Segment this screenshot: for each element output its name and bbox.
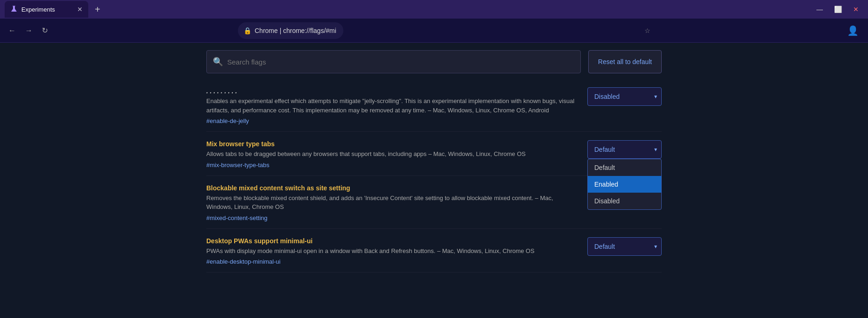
window-controls: — ⬜ ✕ <box>812 4 863 15</box>
experiments-icon <box>10 6 18 13</box>
flag-text: . . . . . . . . . Enables an experimenta… <box>206 87 578 125</box>
flag-title: . . . . . . . . . <box>206 87 578 95</box>
title-bar: Experiments ✕ + — ⬜ ✕ <box>0 0 868 19</box>
dropdown-menu: Default Enabled Disabled <box>587 159 662 210</box>
flag-text: Desktop PWAs support minimal-ui PWAs wit… <box>206 237 578 266</box>
svg-rect-0 <box>13 6 15 6</box>
flag-link[interactable]: #mixed-content-setting <box>206 214 268 221</box>
maximize-button[interactable]: ⬜ <box>829 4 847 15</box>
flag-link[interactable]: #mix-browser-type-tabs <box>206 162 270 169</box>
new-tab-button[interactable]: + <box>91 2 104 17</box>
minimize-button[interactable]: — <box>812 4 828 15</box>
flags-list: . . . . . . . . . Enables an experimenta… <box>206 79 662 273</box>
flag-description: PWAs with display mode minimal-ui open i… <box>206 247 578 256</box>
tab-close-button[interactable]: ✕ <box>77 6 83 13</box>
back-button[interactable]: ← <box>6 25 19 37</box>
flag-title: Desktop PWAs support minimal-ui <box>206 237 578 245</box>
flag-select-disabled[interactable]: Default Enabled Disabled <box>587 87 662 106</box>
flag-description: Removes the blockable mixed content shie… <box>206 194 578 212</box>
flag-text: Mix browser type tabs Allows tabs to be … <box>206 140 578 169</box>
main-content: 🔍 Reset all to default . . . . . . . . .… <box>0 43 868 318</box>
flag-control: Default Enabled Disabled ▾ <box>587 237 662 256</box>
url-bar-wrapper: 🔒 ☆ <box>238 22 656 39</box>
search-flags-wrapper: 🔍 <box>206 50 581 73</box>
dropdown-option-default[interactable]: Default <box>588 159 661 176</box>
active-tab[interactable]: Experiments ✕ <box>5 1 88 18</box>
address-bar: ← → ↻ 🔒 ☆ 👤 <box>0 19 868 43</box>
search-input[interactable] <box>206 50 581 73</box>
flag-select-pwa[interactable]: Default Enabled Disabled <box>587 237 662 256</box>
flag-item: Desktop PWAs support minimal-ui PWAs wit… <box>206 229 662 273</box>
lock-icon: 🔒 <box>243 27 251 34</box>
select-wrapper: Default Enabled Disabled ▾ <box>587 87 662 106</box>
select-wrapper: Default Enabled Disabled ▾ <box>587 140 662 159</box>
flag-control-dropdown: Default Enabled Disabled ▾ Default Enabl… <box>587 140 662 159</box>
flag-item: Mix browser type tabs Allows tabs to be … <box>206 132 662 176</box>
flag-link[interactable]: #enable-desktop-minimal-ui <box>206 258 281 265</box>
url-input[interactable] <box>238 22 343 39</box>
reset-all-button[interactable]: Reset all to default <box>588 50 662 73</box>
search-area: 🔍 Reset all to default <box>206 43 662 79</box>
flag-select-mix-tabs[interactable]: Default Enabled Disabled <box>587 140 662 159</box>
flag-text: Blockable mixed content switch as site s… <box>206 184 578 222</box>
dropdown-option-disabled[interactable]: Disabled <box>588 193 661 209</box>
reload-button[interactable]: ↻ <box>39 24 51 37</box>
flag-description: Allows tabs to be dragged between any br… <box>206 149 578 159</box>
flag-title: Blockable mixed content switch as site s… <box>206 184 578 192</box>
search-icon: 🔍 <box>213 57 223 67</box>
bookmark-icon[interactable]: ☆ <box>644 27 651 34</box>
close-button[interactable]: ✕ <box>848 4 863 15</box>
tab-label: Experiments <box>21 6 55 13</box>
forward-button[interactable]: → <box>22 25 35 37</box>
profile-button[interactable]: 👤 <box>843 23 862 38</box>
select-wrapper: Default Enabled Disabled ▾ <box>587 237 662 256</box>
flag-description: Enables an experimental effect which att… <box>206 97 578 115</box>
flag-item: . . . . . . . . . Enables an experimenta… <box>206 79 662 132</box>
flag-control: Default Enabled Disabled ▾ <box>587 87 662 106</box>
flag-title: Mix browser type tabs <box>206 140 578 148</box>
flag-link[interactable]: #enable-de-jelly <box>206 117 249 124</box>
dropdown-option-enabled[interactable]: Enabled <box>588 176 661 193</box>
